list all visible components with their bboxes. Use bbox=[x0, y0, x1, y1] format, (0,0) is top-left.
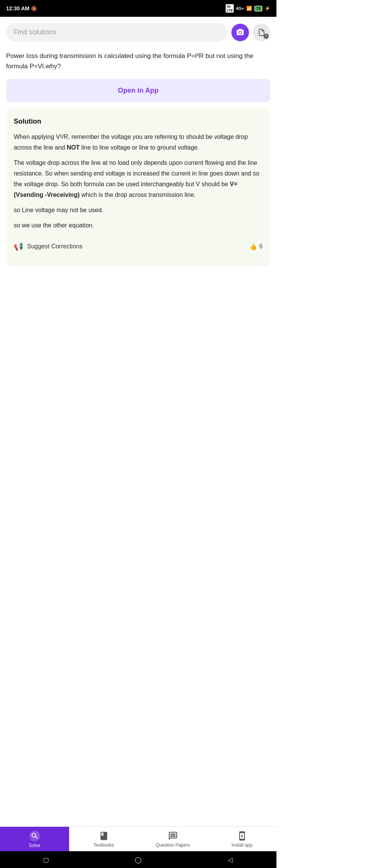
lte-badge: VoLTE bbox=[226, 4, 233, 13]
nav-item-textbooks[interactable]: Textbooks bbox=[69, 827, 138, 851]
textbooks-icon bbox=[99, 831, 109, 841]
solution-paragraph-1: When applying V²/R, remember the voltage… bbox=[14, 132, 263, 153]
nav-label-install-app: Install app bbox=[231, 842, 252, 848]
question-text: Power loss during transmission is calcul… bbox=[6, 51, 270, 71]
install-app-icon bbox=[237, 831, 247, 841]
solution-paragraph-3: so Line voltage may not be used. bbox=[14, 205, 263, 216]
battery-display: 72 bbox=[254, 6, 262, 11]
alarm-icon: 🔕 bbox=[31, 6, 37, 11]
question-papers-icon bbox=[168, 831, 178, 841]
time-display: 12:30 AM bbox=[6, 5, 29, 11]
solution-title: Solution bbox=[14, 118, 263, 126]
help-badge: ? bbox=[263, 34, 269, 39]
like-icon: 👍 bbox=[249, 243, 257, 250]
search-placeholder: Find solutions bbox=[14, 28, 56, 36]
nav-label-solve: Solve bbox=[29, 843, 40, 848]
camera-icon bbox=[236, 28, 244, 37]
suggest-corrections-row: 📢 Suggest Corrections 👍 6 bbox=[14, 235, 263, 257]
solution-paragraph-2: The voltage drop across the line at no l… bbox=[14, 158, 263, 200]
charging-icon: ⚡ bbox=[265, 6, 270, 11]
suggest-corrections-button[interactable]: 📢 Suggest Corrections bbox=[14, 242, 82, 251]
signal-icon: 📶 bbox=[246, 6, 252, 11]
megaphone-icon: 📢 bbox=[14, 242, 23, 251]
android-recents-button[interactable]: ▢ bbox=[41, 854, 52, 865]
android-back-button[interactable]: ◁ bbox=[225, 854, 236, 865]
nav-item-solve[interactable]: Solve bbox=[0, 827, 69, 851]
suggest-corrections-label: Suggest Corrections bbox=[27, 243, 82, 250]
status-time-area: 12:30 AM 🔕 bbox=[6, 5, 37, 11]
android-navigation-bar: ▢ ◯ ◁ bbox=[0, 851, 276, 868]
android-home-button[interactable]: ◯ bbox=[133, 854, 144, 865]
main-content: Find solutions ? Power loss during trans… bbox=[0, 17, 276, 332]
solution-box: Solution When applying V²/R, remember th… bbox=[6, 108, 270, 266]
solve-icon bbox=[31, 832, 39, 840]
nav-item-question-papers[interactable]: Question Papers bbox=[138, 827, 207, 851]
nav-label-textbooks: Textbooks bbox=[93, 842, 114, 848]
like-count: 6 bbox=[259, 243, 263, 250]
network-type: 4G+ bbox=[236, 6, 244, 11]
like-section[interactable]: 👍 6 bbox=[249, 243, 263, 250]
open-in-app-button[interactable]: Open in App bbox=[6, 79, 270, 102]
open-in-app-label: Open in App bbox=[118, 87, 158, 94]
solution-paragraph-4: so we use the other equation. bbox=[14, 220, 263, 231]
search-container: Find solutions ? bbox=[6, 23, 270, 42]
bottom-navigation: Solve Textbooks Question Papers Install … bbox=[0, 826, 276, 851]
camera-button[interactable] bbox=[231, 24, 249, 41]
nav-item-install-app[interactable]: Install app bbox=[207, 827, 276, 851]
solution-body: When applying V²/R, remember the voltage… bbox=[14, 132, 263, 231]
search-bar[interactable]: Find solutions bbox=[6, 23, 228, 42]
status-bar: 12:30 AM 🔕 VoLTE 4G+ 📶 72 ⚡ bbox=[0, 0, 276, 17]
nav-label-question-papers: Question Papers bbox=[156, 842, 190, 848]
help-button[interactable]: ? bbox=[253, 24, 270, 41]
status-icons: VoLTE 4G+ 📶 72 ⚡ bbox=[226, 4, 270, 13]
